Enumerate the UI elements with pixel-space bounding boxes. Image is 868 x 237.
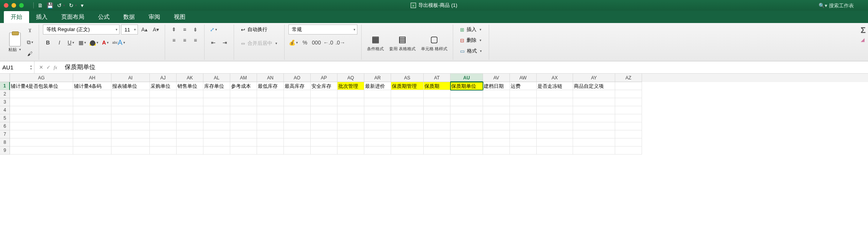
cell-AY7[interactable]	[573, 130, 615, 138]
cell-AL5[interactable]	[203, 114, 230, 122]
cell-AG4[interactable]	[10, 106, 73, 114]
maximize-window[interactable]	[19, 3, 24, 8]
col-header-AW[interactable]: AW	[510, 74, 537, 82]
cell-AU5[interactable]	[450, 114, 483, 122]
autosum-icon[interactable]: Σ	[861, 25, 866, 35]
cell-AS5[interactable]	[391, 114, 424, 122]
namebox-stepper[interactable]: ▴▾	[30, 64, 32, 71]
cell-AJ3[interactable]	[150, 98, 177, 106]
cell-AG1[interactable]: 辅计量4是否包装单位	[10, 82, 73, 90]
cell-AW9[interactable]	[510, 146, 537, 155]
cell-AX4[interactable]	[537, 106, 573, 114]
cell-AP1[interactable]: 安全库存	[311, 82, 337, 90]
col-header-AH[interactable]: AH	[73, 74, 111, 82]
cell-AM6[interactable]	[230, 122, 257, 130]
cell-AT1[interactable]: 保质期	[424, 82, 450, 90]
cell-AX6[interactable]	[537, 122, 573, 130]
cell-AQ7[interactable]	[337, 130, 364, 138]
cell-AV6[interactable]	[483, 122, 510, 130]
cell-AO5[interactable]	[284, 114, 311, 122]
cell-AU8[interactable]	[450, 138, 483, 146]
col-header-AZ[interactable]: AZ	[615, 74, 642, 82]
cell-AZ6[interactable]	[615, 122, 642, 130]
formula-input[interactable]	[62, 64, 868, 71]
cell-AR5[interactable]	[364, 114, 391, 122]
tab-formulas[interactable]: 公式	[91, 11, 116, 23]
cell-AU2[interactable]	[450, 90, 483, 98]
cell-AW7[interactable]	[510, 130, 537, 138]
cell-AX8[interactable]	[537, 138, 573, 146]
cell-AZ1[interactable]	[615, 82, 642, 90]
align-right-icon[interactable]: ≡	[190, 35, 200, 45]
copy-icon[interactable]: ⧉▾	[25, 37, 35, 47]
cell-AV7[interactable]	[483, 130, 510, 138]
cell-AR8[interactable]	[364, 138, 391, 146]
col-header-AR[interactable]: AR	[364, 74, 391, 82]
cell-AV5[interactable]	[483, 114, 510, 122]
decrease-decimal-icon[interactable]: .0→	[335, 38, 346, 48]
format-painter-icon[interactable]: 🖌	[25, 49, 35, 59]
cell-AM1[interactable]: 参考成本	[230, 82, 257, 90]
cell-AJ2[interactable]	[150, 90, 177, 98]
cell-AM7[interactable]	[230, 130, 257, 138]
row-header-6[interactable]: 6	[0, 122, 10, 130]
cell-AV1[interactable]: 建档日期	[483, 82, 510, 90]
tab-review[interactable]: 审阅	[142, 11, 167, 23]
cell-AH6[interactable]	[73, 122, 111, 130]
cell-AJ5[interactable]	[150, 114, 177, 122]
cell-AK8[interactable]	[177, 138, 203, 146]
cell-AV8[interactable]	[483, 138, 510, 146]
row-header-9[interactable]: 9	[0, 146, 10, 155]
cell-AX3[interactable]	[537, 98, 573, 106]
cell-styles-button[interactable]: ▢ 单元格 格样式	[419, 33, 449, 52]
cell-AU7[interactable]	[450, 130, 483, 138]
percent-icon[interactable]: %	[300, 38, 310, 48]
cell-AI3[interactable]	[111, 98, 150, 106]
fx-icon[interactable]: fx	[54, 64, 57, 71]
cell-reference-input[interactable]	[2, 64, 21, 71]
col-header-AJ[interactable]: AJ	[150, 74, 177, 82]
cell-AY8[interactable]	[573, 138, 615, 146]
cell-AI5[interactable]	[111, 114, 150, 122]
cell-AT8[interactable]	[424, 138, 450, 146]
align-center-icon[interactable]: ≡	[180, 35, 190, 45]
cell-AV2[interactable]	[483, 90, 510, 98]
select-all-corner[interactable]	[0, 74, 10, 82]
cell-AZ7[interactable]	[615, 130, 642, 138]
cell-AM8[interactable]	[230, 138, 257, 146]
cell-AT5[interactable]	[424, 114, 450, 122]
cell-AI8[interactable]	[111, 138, 150, 146]
number-format-combo[interactable]: 常规	[288, 25, 357, 35]
cell-AT2[interactable]	[424, 90, 450, 98]
cell-AO6[interactable]	[284, 122, 311, 130]
cell-AQ5[interactable]	[337, 114, 364, 122]
tab-data[interactable]: 数据	[116, 11, 142, 23]
font-name-combo[interactable]: 等线 Regular (正文)	[43, 25, 120, 35]
cell-AW2[interactable]	[510, 90, 537, 98]
cell-AW1[interactable]: 运费	[510, 82, 537, 90]
cell-AZ5[interactable]	[615, 114, 642, 122]
cell-AP8[interactable]	[311, 138, 337, 146]
cell-AM9[interactable]	[230, 146, 257, 155]
cell-AJ7[interactable]	[150, 130, 177, 138]
orientation-icon[interactable]: ⤢▾	[208, 25, 218, 35]
col-header-AS[interactable]: AS	[391, 74, 424, 82]
cell-AN3[interactable]	[257, 98, 284, 106]
cell-AT4[interactable]	[424, 106, 450, 114]
tab-home[interactable]: 开始	[4, 11, 29, 23]
spreadsheet-grid[interactable]: AGAHAIAJAKALAMANAOAPAQARASATAUAVAWAXAYAZ…	[0, 74, 868, 155]
cell-AT9[interactable]	[424, 146, 450, 155]
cell-AL4[interactable]	[203, 106, 230, 114]
bold-button[interactable]: B	[43, 38, 53, 48]
cell-AO7[interactable]	[284, 130, 311, 138]
font-size-combo[interactable]: 11	[121, 25, 138, 35]
cell-AR9[interactable]	[364, 146, 391, 155]
cell-AX9[interactable]	[537, 146, 573, 155]
cell-AP6[interactable]	[311, 122, 337, 130]
col-header-AK[interactable]: AK	[177, 74, 203, 82]
cell-AH3[interactable]	[73, 98, 111, 106]
cell-AV9[interactable]	[483, 146, 510, 155]
cell-AW5[interactable]	[510, 114, 537, 122]
cell-AS7[interactable]	[391, 130, 424, 138]
cell-AL7[interactable]	[203, 130, 230, 138]
